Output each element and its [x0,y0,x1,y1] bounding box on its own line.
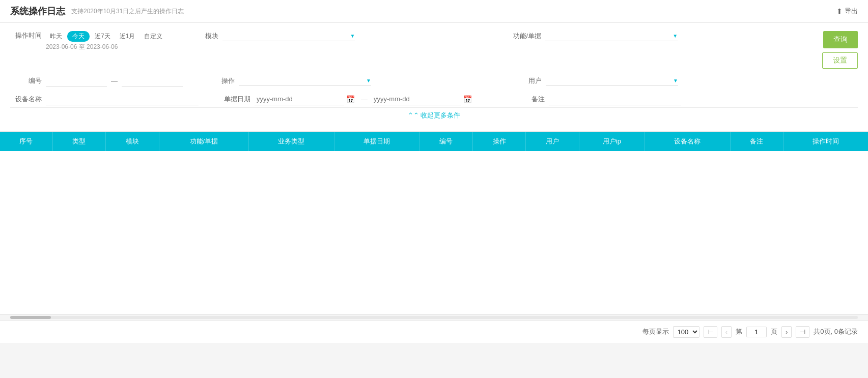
date-dash: — [361,96,368,103]
scrollbar-area [0,314,868,321]
date-range: 2023-06-06 至 2023-06-06 [46,43,166,51]
func-label: 功能/单据 [510,32,545,41]
settings-button[interactable]: 设置 [822,52,858,69]
yesterday-btn[interactable]: 昨天 [46,31,66,42]
page-header: 系统操作日志 支持2020年10月31日之后产生的操作日志 ⬆ 导出 [0,0,868,23]
table-col-功能/单据: 功能/单据 [159,132,248,151]
func-chevron-icon: ▼ [673,33,678,39]
data-table: 序号类型模块功能/单据业务类型单据日期编号操作用户用户ip设备名称备注操作时间 [0,132,868,314]
operation-select[interactable]: ▼ [239,76,371,86]
table-col-序号: 序号 [0,132,52,151]
page-size-select[interactable]: 100 [673,326,699,338]
user-select[interactable]: ▼ [546,76,678,86]
page-title: 系统操作日志 [10,5,65,17]
export-button[interactable]: ⬆ 导出 [836,7,858,16]
table-col-类型: 类型 [52,132,105,151]
header-left: 系统操作日志 支持2020年10月31日之后产生的操作日志 [10,5,184,17]
page-unit: 页 [771,327,777,336]
module-label: 模块 [187,32,222,41]
date-label: 单据日期 [219,95,255,104]
filter-section: 操作时间 昨天 今天 近7天 近1月 自定义 2023-06-06 至 2023… [0,23,868,132]
number-input-end[interactable] [122,75,183,87]
page-subtitle: 支持2020年10月31日之后产生的操作日志 [71,7,184,16]
operation-chevron-icon: ▼ [366,78,371,83]
func-select[interactable]: ▼ [545,31,678,41]
number-dash: — [111,77,118,85]
export-label: 导出 [845,7,858,16]
table-col-设备名称: 设备名称 [645,132,730,151]
per-page-label: 每页显示 [642,327,669,336]
user-label: 用户 [510,76,546,85]
first-page-button[interactable]: ⊢ [704,326,717,338]
time-filter-group: 昨天 今天 近7天 近1月 自定义 2023-06-06 至 2023-06-0… [46,31,166,51]
last1m-btn[interactable]: 近1月 [116,31,139,42]
collapse-chevron-icon: ⌃⌃ [408,111,421,119]
next-page-button[interactable]: › [781,326,792,338]
query-button[interactable]: 查询 [823,31,858,48]
table-col-备注: 备注 [730,132,783,151]
remark-input[interactable] [549,93,681,105]
table-col-单据日期: 单据日期 [334,132,419,151]
operation-label: 操作 [203,76,239,85]
page-number-input[interactable] [746,327,767,337]
device-input[interactable] [46,93,199,105]
table-col-编号: 编号 [419,132,472,151]
table-section: 序号类型模块功能/单据业务类型单据日期编号操作用户用户ip设备名称备注操作时间 [0,132,868,314]
table-col-用户ip: 用户ip [579,132,645,151]
custom-btn[interactable]: 自定义 [140,31,166,42]
number-label: 编号 [10,76,46,85]
last7-btn[interactable]: 近7天 [91,31,115,42]
user-chevron-icon: ▼ [673,78,678,83]
device-label: 设备名称 [10,95,46,104]
export-icon: ⬆ [836,7,843,15]
date-start-input[interactable] [255,93,344,105]
page-total: 共0页, 0条记录 [814,327,858,336]
time-label: 操作时间 [10,31,46,40]
table-header-row: 序号类型模块功能/单据业务类型单据日期编号操作用户用户ip设备名称备注操作时间 [0,132,868,151]
today-btn[interactable]: 今天 [67,31,90,42]
number-input-start[interactable] [46,75,107,87]
table-header: 序号类型模块功能/单据业务类型单据日期编号操作用户用户ip设备名称备注操作时间 [0,132,868,151]
scrollbar-track[interactable] [10,316,858,319]
table-col-操作时间: 操作时间 [783,132,868,151]
pagination-bar: 每页显示 100 ⊢ ‹ 第 页 › ⊣ 共0页, 0条记录 [0,321,868,343]
prev-page-button[interactable]: ‹ [721,326,732,338]
table-col-操作: 操作 [472,132,525,151]
collapse-button[interactable]: ⌃⌃ 收起更多条件 [10,107,858,123]
calendar-end-icon[interactable]: 📅 [463,95,472,103]
scrollbar-thumb[interactable] [10,316,51,319]
table-col-模块: 模块 [106,132,159,151]
module-chevron-icon: ▼ [350,33,355,39]
remark-label: 备注 [513,95,549,104]
table-col-用户: 用户 [526,132,579,151]
page-label: 第 [736,327,742,336]
module-select[interactable]: ▼ [222,31,355,41]
collapse-label: 收起更多条件 [421,111,460,119]
calendar-start-icon[interactable]: 📅 [346,95,355,103]
filter-actions: 查询 设置 [812,31,858,69]
date-end-input[interactable] [372,93,461,105]
table-body [0,151,868,314]
table-col-业务类型: 业务类型 [249,132,334,151]
last-page-button[interactable]: ⊣ [796,326,809,338]
